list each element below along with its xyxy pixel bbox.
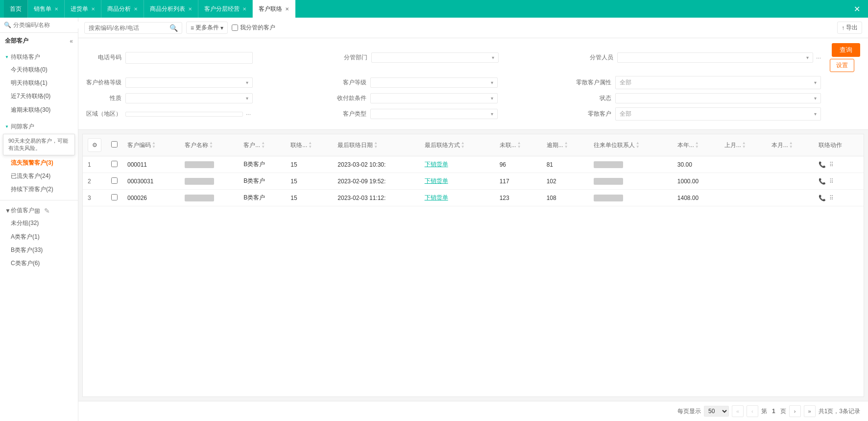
table-settings-button[interactable]: ⚙ xyxy=(88,138,101,152)
sidebar-item-churned[interactable]: 已流失客户(24) xyxy=(0,170,78,183)
search-input[interactable] xyxy=(89,25,169,31)
row-last-method-link[interactable]: 下销货单 xyxy=(425,161,448,168)
sidebar-group-gap-title[interactable]: ▼ 间隙客户 xyxy=(0,121,78,133)
row-last-month xyxy=(720,173,767,190)
nav-tab-sales[interactable]: 销售单 ✕ xyxy=(28,0,65,18)
prev-page-button[interactable]: ‹ xyxy=(747,405,758,417)
row-checkbox[interactable] xyxy=(111,161,118,167)
action-phone-icon[interactable]: 📞 xyxy=(819,195,826,201)
filter-dept-select[interactable]: ▾ xyxy=(371,52,499,63)
sidebar-item-today[interactable]: 今天待联络(0) xyxy=(0,63,78,76)
row-name-blur xyxy=(185,195,214,201)
filter-phone-input[interactable] xyxy=(125,52,253,64)
export-button[interactable]: ↑ 导出 xyxy=(837,22,862,34)
filter-person-label: 分管人员 xyxy=(578,53,617,62)
grid-icon[interactable]: ⊞ xyxy=(34,207,40,215)
nav-tab-purchase-label: 进货单 xyxy=(71,5,88,13)
select-all-checkbox[interactable] xyxy=(111,141,118,148)
close-customer-contact-icon[interactable]: ✕ xyxy=(285,6,289,12)
chevron-down-payment: ▾ xyxy=(491,96,493,101)
row-checkbox[interactable] xyxy=(111,177,118,184)
sidebar-item-churn-warning[interactable]: 流失预警客户(3) xyxy=(0,156,78,170)
row-this-month xyxy=(767,190,814,206)
th-checkbox xyxy=(106,134,122,156)
top-nav: 首页 销售单 ✕ 进货单 ✕ 商品分析 ✕ 商品分析列表 ✕ 客户分层经营 ✕ … xyxy=(0,0,868,18)
row-contact: 15 xyxy=(286,173,333,190)
next-page-button[interactable]: › xyxy=(789,405,801,417)
close-analysis-icon[interactable]: ✕ xyxy=(134,6,138,12)
action-more-icon[interactable]: ⠿ xyxy=(829,195,834,201)
window-close-button[interactable]: ✕ xyxy=(850,4,864,14)
nav-tab-analysis-list[interactable]: 商品分析列表 ✕ xyxy=(144,0,198,18)
filter-person-more[interactable]: ··· xyxy=(813,54,824,61)
sidebar-item-a-class[interactable]: A类客户(1) xyxy=(0,230,78,244)
more-conditions-label: 更多条件 xyxy=(195,24,219,32)
sidebar-search-input[interactable] xyxy=(13,22,87,28)
sidebar-item-tomorrow[interactable]: 明天待联络(1) xyxy=(0,76,78,90)
more-conditions-button[interactable]: ≡ 更多条件 ▾ xyxy=(186,22,228,34)
search-button[interactable]: 🔍 xyxy=(169,24,178,32)
query-button[interactable]: 查询 xyxy=(832,43,860,57)
action-phone-icon[interactable]: 📞 xyxy=(819,178,826,185)
close-customer-tier-icon[interactable]: ✕ xyxy=(242,6,246,12)
last-page-button[interactable]: » xyxy=(804,405,816,417)
close-purchase-icon[interactable]: ✕ xyxy=(91,6,95,12)
filter-price-level-label: 客户价格等级 xyxy=(86,78,125,87)
per-page-select[interactable]: 50 20 100 xyxy=(704,406,729,417)
table-row: 1 000011 B类客户 15 2023-03-02 10:30: 下销货单 … xyxy=(83,156,864,173)
nav-tab-customer-contact[interactable]: 客户联络 ✕ xyxy=(253,0,295,18)
sidebar-item-ungroup[interactable]: 未分组(32) xyxy=(0,217,78,230)
sidebar-collapse-icon[interactable]: « xyxy=(70,38,73,45)
sidebar-item-b-class[interactable]: B类客户(33) xyxy=(0,244,78,257)
sidebar-group-value: ▼ 价值客户 ⊞ ✎ 未分组(32) A类客户(1) B类客户(33) C类客户… xyxy=(0,202,78,272)
sidebar-item-overdue[interactable]: 逾期未联络(30) xyxy=(0,103,78,117)
toolbar: 🔍 ≡ 更多条件 ▾ 我分管的客户 ↑ 导出 xyxy=(78,18,868,38)
sidebar-group-value-title[interactable]: ▼ 价值客户 ⊞ ✎ xyxy=(0,204,78,217)
row-checkbox[interactable] xyxy=(111,194,118,200)
filter-scatter-cust-select[interactable]: 全部 ▾ xyxy=(615,107,821,121)
th-contact-label: 联络... xyxy=(290,141,307,149)
filter-row-1: 电话号码 分管部门 ▾ 分管人员 ▾ ··· xyxy=(86,43,860,72)
filter-dept: 分管部门 ▾ xyxy=(332,52,578,63)
nav-tab-analysis[interactable]: 商品分析 ✕ xyxy=(101,0,144,18)
row-actions: 📞 ⠿ xyxy=(814,173,864,190)
filter-region-select[interactable] xyxy=(125,112,243,117)
settings-button[interactable]: 设置 xyxy=(830,59,854,72)
sidebar-item-c-class[interactable]: C类客户(6) xyxy=(0,257,78,270)
tooltip-gap: 90天未交易的客户，可能有流失风险。 xyxy=(3,134,75,155)
row-checkbox-cell xyxy=(106,173,122,190)
sidebar-item-7days[interactable]: 近7天待联络(0) xyxy=(0,90,78,103)
filter-status-select[interactable]: ▾ xyxy=(615,93,821,103)
sort-arrows-last-date: ▲▼ xyxy=(374,141,378,149)
row-last-method-link[interactable]: 下销货单 xyxy=(425,194,448,201)
filter-cust-level-select[interactable]: ▾ xyxy=(370,77,498,88)
filter-scatter-attr-select[interactable]: 全部 ▾ xyxy=(615,76,821,89)
filter-region-more[interactable]: ··· xyxy=(243,111,254,118)
filter-person-select[interactable]: ▾ xyxy=(617,52,813,63)
nav-tab-purchase[interactable]: 进货单 ✕ xyxy=(65,0,101,18)
first-page-button[interactable]: « xyxy=(732,405,744,417)
filter-nature-select[interactable]: ▾ xyxy=(125,93,253,103)
edit-icon[interactable]: ✎ xyxy=(44,207,50,215)
sidebar-group-pending-title[interactable]: ▼ 待联络客户 xyxy=(0,51,78,63)
action-more-icon[interactable]: ⠿ xyxy=(829,178,834,185)
row-contact: 15 xyxy=(286,156,333,173)
th-no-contact-label: 未联... xyxy=(500,141,516,149)
nav-tab-home[interactable]: 首页 xyxy=(4,0,28,18)
th-code: 客户编码 ▲▼ xyxy=(122,134,180,156)
close-sales-icon[interactable]: ✕ xyxy=(54,6,58,12)
close-analysis-list-icon[interactable]: ✕ xyxy=(188,6,192,12)
th-unit-contact-label: 往来单位联系人 xyxy=(594,141,635,149)
filter-cust-type-select[interactable]: ▾ xyxy=(370,109,498,119)
row-code: 00030031 xyxy=(122,173,180,190)
action-phone-icon[interactable]: 📞 xyxy=(819,161,826,168)
my-customers-checkbox-label[interactable]: 我分管的客户 xyxy=(232,24,275,32)
row-last-method-link[interactable]: 下销货单 xyxy=(425,177,448,184)
filter-payment-select[interactable]: ▾ xyxy=(370,93,498,103)
action-more-icon[interactable]: ⠿ xyxy=(829,161,834,168)
filter-panel: 电话号码 分管部门 ▾ 分管人员 ▾ ··· xyxy=(78,38,868,130)
nav-tab-customer-tier[interactable]: 客户分层经营 ✕ xyxy=(198,0,253,18)
sidebar-item-declining[interactable]: 持续下滑客户(2) xyxy=(0,183,78,196)
filter-price-level-select[interactable]: ▾ xyxy=(125,77,253,88)
my-customers-checkbox[interactable] xyxy=(232,25,238,31)
